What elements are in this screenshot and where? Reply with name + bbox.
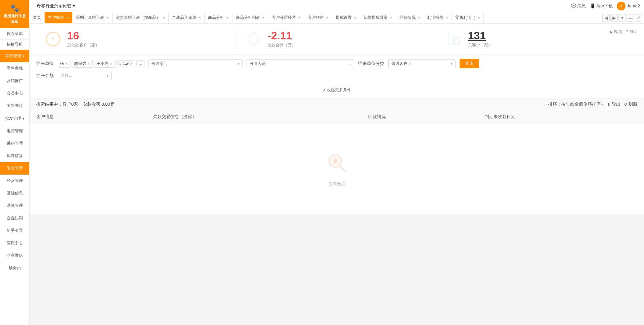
video-label: 视频 — [614, 29, 622, 35]
sidebar-item-member-center[interactable]: 会员中心 — [0, 87, 29, 100]
unit-type-tag[interactable]: 普通客户 ✕ — [391, 61, 412, 67]
filter-tag-0[interactable]: 伍 ✕ — [58, 60, 71, 68]
person-filter-select[interactable]: 分管人员 ... — [247, 59, 354, 68]
sidebar-item-label: 企业微信 — [7, 253, 23, 258]
user-profile[interactable]: d demo2 — [617, 2, 640, 10]
filter-tag-1[interactable]: 陈民强 ✕ — [72, 60, 93, 68]
tag-close-icon[interactable]: ✕ — [130, 62, 133, 66]
dept-filter-select[interactable]: 分管部门 ▾ — [148, 59, 243, 68]
tab-home[interactable]: 首页 — [30, 12, 45, 24]
tab-close-icon[interactable]: ✕ — [162, 16, 165, 20]
filter-tag-3[interactable]: cjttcw ✕ — [116, 60, 135, 67]
video-help-button[interactable]: ▶ 视频 — [610, 29, 622, 35]
sidebar-item-system[interactable]: 系统管理 — [0, 200, 29, 212]
unit-type-tag-label: 普通客户 — [391, 61, 407, 67]
tab-business-situation[interactable]: 经营情况 ✕ — [396, 12, 424, 24]
sidebar-item-retail-mall[interactable]: 零售商城 — [0, 62, 29, 75]
tab-more[interactable]: ▾ — [618, 14, 626, 22]
export-button[interactable]: ⬇ 导出 — [607, 101, 620, 107]
tab-close-icon[interactable]: ✕ — [66, 16, 69, 20]
collapse-icon: ∧ — [323, 88, 326, 93]
sidebar-item-operations[interactable]: 经营管理 — [0, 175, 29, 187]
tab-new-achievement-plan[interactable]: 新增提成方案 ✕ — [360, 12, 396, 24]
logo-text-line1: 畅捷通好生意 — [3, 13, 27, 19]
sort-text: 排序：按欠款金额倒序排序 — [548, 101, 601, 107]
tab-close-icon[interactable]: ✕ — [226, 16, 229, 20]
tab-close-icon[interactable]: ✕ — [326, 16, 329, 20]
filter-tag-2[interactable]: 王小亮 ✕ — [94, 60, 115, 68]
sort-selector[interactable]: 排序：按欠款金额倒序排序 ▾ — [548, 101, 604, 107]
collapse-filter-button[interactable]: ∧ 收起更多条件 — [36, 86, 637, 94]
tab-customer-ledger[interactable]: 客户账本 ✕ — [45, 12, 73, 24]
tab-inbound-stats[interactable]: 进货单统计表（按商品） ✕ — [113, 12, 169, 24]
sidebar-item-finance[interactable]: 资金管理 — [0, 162, 29, 175]
sidebar-item-batch-mgmt[interactable]: 批发管理 ▾ — [0, 112, 29, 125]
balance-filter-select[interactable]: 选择... ▾ — [58, 71, 112, 80]
tag-label: cjttcw — [119, 61, 129, 66]
message-button[interactable]: 💬 消息 — [571, 3, 586, 9]
coin-icon: ¥ — [43, 29, 63, 49]
tab-customer-contact[interactable]: 客户联络 ✕ — [304, 12, 332, 24]
tab-close-icon[interactable]: ✕ — [445, 16, 448, 20]
filter-tags-container: 伍 ✕ 陈民强 ✕ 王小亮 ✕ cjttcw ✕ — [58, 60, 144, 68]
tab-goods-analysis-list[interactable]: 商品分析列表 ✕ — [232, 12, 268, 24]
tab-close-icon[interactable]: ✕ — [354, 16, 356, 20]
tab-close-icon[interactable]: ✕ — [198, 16, 201, 20]
help-button[interactable]: ? 帮助 — [626, 29, 637, 35]
tab-product-inbound[interactable]: 产成品入库单 ✕ — [169, 12, 205, 24]
top-bar-right: 💬 消息 📱 App下载 d demo2 — [571, 2, 640, 10]
message-label: 消息 — [577, 3, 586, 9]
tab-close-icon[interactable]: ✕ — [106, 16, 109, 20]
tab-settings[interactable]: 提成设置 ✕ — [332, 12, 360, 24]
account-selector[interactable]: 母婴行业演示帐套 ▾ — [34, 2, 78, 10]
tab-retail-profit[interactable]: 零售利润（ ✕ — [452, 12, 484, 24]
tab-goods-analysis[interactable]: 商品分析 ✕ — [205, 12, 232, 24]
sidebar-item-marketing[interactable]: 营销推广 — [0, 75, 29, 87]
result-amount: 欠款金额 0.00元 — [83, 102, 115, 107]
tag-close-icon[interactable]: ✕ — [409, 62, 412, 66]
sidebar-item-app-center[interactable]: 应用中心 — [0, 237, 29, 249]
sidebar-item-enterprise-wechat[interactable]: 企业微信 — [0, 249, 29, 262]
tab-maximize[interactable]: ⤢ — [635, 14, 642, 22]
sidebar-item-enterprise-coop[interactable]: 企业协同 — [0, 212, 29, 224]
sidebar-item-label: 新手引导 — [7, 228, 23, 233]
export-icon: ⬇ — [607, 102, 611, 107]
tab-label: 产成品入库单 — [172, 15, 196, 21]
filter-tag-more[interactable]: ... — [136, 60, 144, 67]
sidebar-item-inventory[interactable]: 库存核算 — [0, 150, 29, 162]
svg-line-11 — [340, 166, 345, 171]
sidebar-item-label: 电商管理 — [7, 129, 23, 133]
refresh-button[interactable]: ↺ 刷新 — [624, 101, 637, 107]
sidebar-item-retail-management[interactable]: 零售管理 ▾ — [0, 50, 29, 62]
tag-close-icon[interactable]: ✕ — [87, 62, 90, 66]
sidebar-item-retail-stats[interactable]: 零售统计 — [0, 100, 29, 112]
sidebar-search[interactable]: 搜索菜单 — [0, 28, 29, 40]
sidebar-item-label: 采购管理 — [7, 141, 23, 146]
tab-profit-report[interactable]: 利润报告 ✕ — [424, 12, 452, 24]
tab-scroll-left[interactable]: ◀ — [602, 14, 610, 22]
tab-close-icon[interactable]: ✕ — [298, 16, 301, 20]
sidebar-item-purchase[interactable]: 采购管理 — [0, 137, 29, 150]
sidebar-item-basic-info[interactable]: 基础信息 — [0, 187, 29, 200]
app-download-button[interactable]: 📱 App下载 — [590, 3, 613, 9]
query-button[interactable]: 查询 — [460, 59, 479, 68]
sidebar-item-new-guide[interactable]: 新手引导 — [0, 224, 29, 237]
tab-close-icon[interactable]: ✕ — [390, 16, 392, 20]
tag-close-icon[interactable]: ✕ — [65, 62, 68, 66]
tab-close-icon[interactable]: ✕ — [262, 16, 265, 20]
tab-minimize[interactable]: — — [627, 14, 634, 22]
sidebar-quick-nav[interactable]: 快捷导航 — [0, 40, 29, 50]
unit-filter-label: 往来单位 — [36, 61, 54, 67]
tab-close-icon[interactable]: ✕ — [477, 16, 480, 20]
tab-customer-tier[interactable]: 客户分层经营 ✕ — [268, 12, 304, 24]
collapse-label: 收起更多条件 — [327, 87, 351, 93]
unit-type-filter-select[interactable]: 普通客户 ✕ ▾ — [388, 59, 456, 68]
sidebar-item-vip-member[interactable]: 畅会员 — [0, 262, 29, 274]
tab-close-icon[interactable]: ✕ — [418, 16, 420, 20]
sidebar-item-ecommerce[interactable]: 电商管理 — [0, 125, 29, 137]
table-header-row: 客户信息 欠款交易信息（占比） 回款情况 到期未收款日期 — [30, 110, 644, 123]
tab-scroll-right[interactable]: ▶ — [610, 14, 618, 22]
tag-close-icon[interactable]: ✕ — [110, 62, 113, 66]
tab-purchase-order-stats[interactable]: 采购订单统计表 ✕ — [73, 12, 113, 24]
app-logo[interactable]: 🐾 畅捷通好生意 标版 — [0, 0, 29, 28]
